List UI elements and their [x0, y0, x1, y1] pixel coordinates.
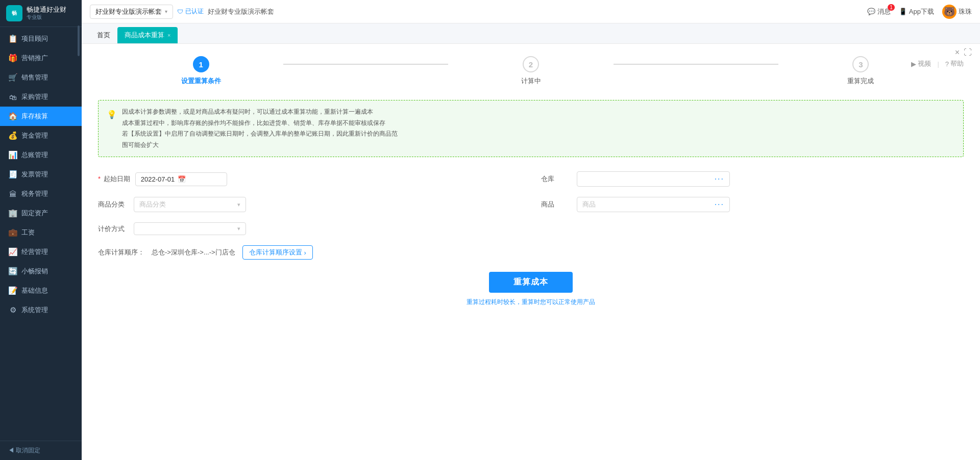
category-select[interactable]: 商品分类 ▾ [134, 197, 246, 212]
topbar: 好业财专业版演示帐套 ▾ 🛡 已认证 好业财专业版演示帐套 💬 消息 1 📱 A… [82, 0, 980, 23]
account-select[interactable]: 好业财专业版演示帐套 ▾ [90, 5, 173, 19]
form-row-1: * 起始日期 2022-07-01 📅 仓库 ··· [98, 171, 964, 187]
sidebar-item-expense[interactable]: 🔄小畅报销 [0, 262, 82, 281]
step-2: 2 计算中 [448, 56, 613, 86]
steps-bar: 1 设置重算条件 2 计算中 3 重算完成 ▶ 视频 | ? [98, 56, 964, 86]
step-line-2-3 [614, 64, 778, 65]
chevron-down-icon: ▾ [237, 225, 240, 232]
sidebar-item-label: 系统管理 [21, 305, 48, 315]
message-icon: 💬 [867, 8, 875, 15]
tab-cost-recalc[interactable]: 商品成本重算 × [117, 27, 178, 43]
calc-tip-text: 重算过程耗时较长，重算时您可以正常使用产品 [98, 298, 964, 306]
sidebar-footer-unpin[interactable]: ◀ 取消固定 [0, 441, 82, 460]
sidebar-item-system[interactable]: ⚙系统管理 [0, 300, 82, 320]
sidebar-item-label: 销售管理 [21, 73, 48, 82]
sidebar-item-basic[interactable]: 📝基础信息 [0, 281, 82, 300]
sidebar-item-operation[interactable]: 📈经营管理 [0, 242, 82, 262]
user-avatar-button[interactable]: 🐻 珠珠 [942, 5, 972, 19]
main-area: 好业财专业版演示帐套 ▾ 🛡 已认证 好业财专业版演示帐套 💬 消息 1 📱 A… [82, 0, 980, 460]
warehouse-order-settings-button[interactable]: 仓库计算顺序设置 › [242, 245, 313, 260]
asset-icon: 🏢 [8, 209, 17, 218]
form-row-2: 商品分类 商品分类 ▾ 商品 商品 ··· [98, 197, 964, 212]
warehouse-input[interactable]: ··· [577, 171, 730, 187]
start-date-input[interactable]: 2022-07-01 📅 [135, 172, 227, 186]
maximize-icon[interactable]: ⛶ [964, 48, 972, 57]
help-link[interactable]: ? 帮助 [945, 59, 964, 68]
step-2-circle: 2 [523, 56, 539, 72]
required-star: * [98, 175, 101, 183]
info-text: 因成本计算参数调整，或是对商品成本有疑问时，可以通过成本重算功能，重新计算一遍成… [122, 107, 398, 150]
marketing-icon: 🎁 [8, 54, 17, 63]
sidebar-item-label: 小畅报销 [21, 267, 48, 276]
sidebar-item-salary[interactable]: 💼工资 [0, 223, 82, 242]
sidebar-item-asset[interactable]: 🏢固定资产 [0, 203, 82, 223]
project-icon: 📋 [8, 34, 17, 43]
product-group: 商品 商品 ··· [541, 197, 964, 212]
sidebar-item-inventory[interactable]: 🏠库存核算 [0, 107, 82, 126]
accounting-icon: 📊 [8, 150, 17, 160]
sidebar-item-label: 营销推广 [21, 54, 48, 63]
sidebar-item-invoice[interactable]: 🧾发票管理 [0, 165, 82, 184]
warehouse-order-row: 仓库计算顺序： 总仓->深圳仓库->...->门店仓 仓库计算顺序设置 › [98, 245, 964, 260]
account-display-name: 好业财专业版演示帐套 [208, 7, 274, 16]
warehouse-dots-icon[interactable]: ··· [715, 174, 724, 184]
warehouse-order-value: 总仓->深圳仓库->...->门店仓 [152, 248, 235, 257]
scroll-indicator [77, 25, 81, 445]
message-badge: 1 [888, 4, 895, 11]
sidebar-item-label: 总账管理 [21, 150, 48, 160]
sidebar-item-accounting[interactable]: 📊总账管理 [0, 145, 82, 165]
verified-badge: 🛡 已认证 [177, 7, 204, 16]
sidebar-nav: 📋项目顾问🎁营销推广🛒销售管理🛍采购管理🏠库存核算💰资金管理📊总账管理🧾发票管理… [0, 27, 82, 441]
calendar-icon[interactable]: 📅 [178, 175, 186, 183]
app-download-button[interactable]: 📱 App下载 [899, 7, 934, 16]
chevron-right-icon: › [304, 249, 306, 257]
product-dots-icon[interactable]: ··· [715, 200, 724, 209]
category-group: 商品分类 商品分类 ▾ [98, 197, 521, 212]
pricing-group: 计价方式 ▾ [98, 222, 521, 235]
sidebar-item-project[interactable]: 📋项目顾问 [0, 29, 82, 48]
steps-help: ▶ 视频 | ? 帮助 [911, 59, 964, 68]
sidebar-header: 畅 畅捷通好业财 专业版 [0, 0, 82, 27]
account-select-label: 好业财专业版演示帐套 [95, 7, 162, 16]
sidebar-item-tax[interactable]: 🏛税务管理 [0, 184, 82, 203]
pricing-select[interactable]: ▾ [134, 222, 246, 235]
warehouse-group: 仓库 ··· [541, 171, 964, 187]
avatar: 🐻 [942, 5, 957, 19]
app-logo: 畅 [6, 5, 22, 21]
app-title: 畅捷通好业财 [27, 6, 66, 14]
message-button[interactable]: 💬 消息 1 [867, 7, 891, 16]
sidebar-item-label: 经营管理 [21, 247, 48, 257]
tab-close-icon[interactable]: × [167, 32, 170, 38]
sidebar-item-finance[interactable]: 💰资金管理 [0, 126, 82, 145]
info-box: 💡 因成本计算参数调整，或是对商品成本有疑问时，可以通过成本重算功能，重新计算一… [98, 100, 964, 157]
sidebar-item-label: 税务管理 [21, 189, 48, 198]
operation-icon: 📈 [8, 247, 17, 257]
sidebar-item-label: 资金管理 [21, 131, 48, 140]
chevron-down-icon: ▾ [165, 9, 167, 14]
recalculate-button[interactable]: 重算成本 [489, 272, 573, 293]
app-subtitle: 专业版 [27, 14, 66, 21]
sidebar-item-sales[interactable]: 🛒销售管理 [0, 68, 82, 87]
product-label: 商品 [541, 200, 572, 209]
sales-icon: 🛒 [8, 73, 17, 82]
sidebar-item-label: 采购管理 [21, 92, 48, 101]
tax-icon: 🏛 [8, 190, 17, 198]
sidebar-item-purchase[interactable]: 🛍采购管理 [0, 87, 82, 107]
sidebar-item-label: 固定资产 [21, 209, 48, 218]
product-input[interactable]: 商品 ··· [577, 197, 730, 212]
invoice-icon: 🧾 [8, 170, 17, 179]
sidebar-item-label: 项目顾问 [21, 34, 48, 43]
sidebar: 畅 畅捷通好业财 专业版 📋项目顾问🎁营销推广🛒销售管理🛍采购管理🏠库存核算💰资… [0, 0, 82, 460]
purchase-icon: 🛍 [8, 93, 17, 101]
tab-home[interactable]: 首页 [90, 27, 117, 43]
expense-icon: 🔄 [8, 267, 17, 276]
video-help-link[interactable]: ▶ 视频 [911, 59, 931, 68]
sidebar-item-label: 工资 [21, 228, 35, 237]
category-label: 商品分类 [98, 200, 129, 209]
step-2-label: 计算中 [521, 76, 541, 86]
form-row-3: 计价方式 ▾ [98, 222, 964, 235]
sidebar-item-marketing[interactable]: 🎁营销推广 [0, 48, 82, 68]
sidebar-item-label: 库存核算 [21, 112, 48, 121]
step-3-label: 重算完成 [847, 76, 874, 86]
phone-icon: 📱 [899, 8, 907, 15]
